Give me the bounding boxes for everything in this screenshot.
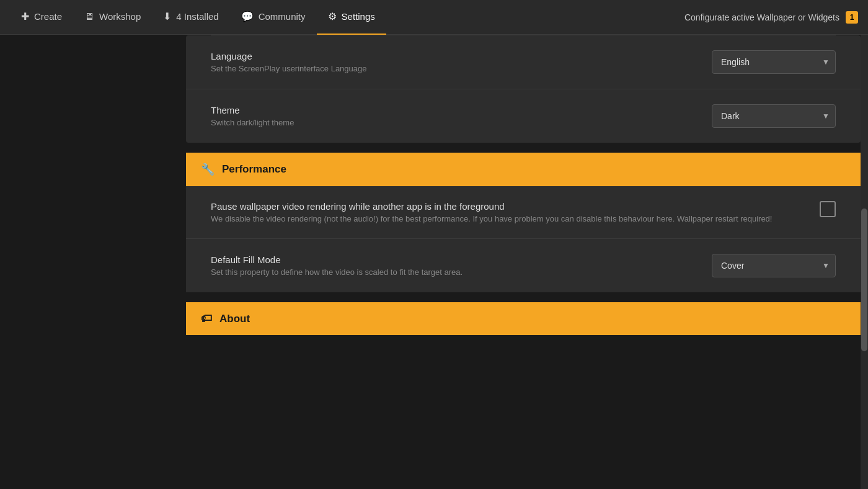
settings-gear-icon: ⚙ xyxy=(328,11,337,22)
fill-mode-title: Default Fill Mode xyxy=(211,254,463,265)
language-select[interactable]: English German French xyxy=(712,50,836,74)
pause-info: Pause wallpaper video rendering while an… xyxy=(211,201,772,223)
general-settings-panel: Language Set the ScreenPlay userinterfac… xyxy=(186,35,861,143)
workshop-icon: 🖥 xyxy=(84,11,94,22)
about-header: 🏷 About xyxy=(186,302,861,335)
language-row: Language Set the ScreenPlay userinterfac… xyxy=(186,35,861,89)
theme-select[interactable]: Dark Light xyxy=(712,104,836,128)
nav-community[interactable]: 💬 Community xyxy=(230,0,317,35)
community-icon: 💬 xyxy=(241,11,254,22)
performance-section: 🔧 Performance Pause wallpaper video rend… xyxy=(186,153,861,292)
pause-desc: We disable the video rendering (not the … xyxy=(211,214,772,223)
configure-label: Configurate active Wallpaper or Widgets xyxy=(684,12,839,22)
nav-installed-label: 4 Installed xyxy=(176,11,218,22)
installed-icon: ⬇ xyxy=(163,11,171,22)
fill-mode-info: Default Fill Mode Set this property to d… xyxy=(211,254,463,277)
nav-workshop[interactable]: 🖥 Workshop xyxy=(73,0,152,35)
fill-mode-select[interactable]: Cover Contain Fill Scale xyxy=(712,254,836,277)
active-badge: 1 xyxy=(846,11,858,24)
nav-installed[interactable]: ⬇ 4 Installed xyxy=(152,0,229,35)
plus-icon: ✚ xyxy=(21,11,29,22)
language-select-wrapper: English German French ▼ xyxy=(712,50,836,74)
pause-checkbox[interactable] xyxy=(820,201,836,217)
fill-mode-desc: Set this property to define how the vide… xyxy=(211,267,463,277)
performance-header: 🔧 Performance xyxy=(186,153,861,186)
scroll-content[interactable]: Language Set the ScreenPlay userinterfac… xyxy=(186,35,861,489)
left-sidebar-space xyxy=(0,35,186,489)
content-area: Language Set the ScreenPlay userinterfac… xyxy=(186,35,868,489)
theme-desc: Switch dark/light theme xyxy=(211,118,294,127)
nav-settings-label: Settings xyxy=(342,11,375,22)
fill-mode-select-wrapper: Cover Contain Fill Scale ▼ xyxy=(712,254,836,277)
fill-mode-row: Default Fill Mode Set this property to d… xyxy=(186,239,861,292)
navbar: ✚ Create 🖥 Workshop ⬇ 4 Installed 💬 Comm… xyxy=(0,0,868,35)
theme-select-wrapper: Dark Light ▼ xyxy=(712,104,836,128)
pause-wallpaper-row: Pause wallpaper video rendering while an… xyxy=(186,186,861,239)
wrench-icon: 🔧 xyxy=(201,163,215,176)
nav-settings[interactable]: ⚙ Settings xyxy=(317,0,386,35)
nav-community-label: Community xyxy=(259,11,306,22)
nav-workshop-label: Workshop xyxy=(99,11,141,22)
theme-row: Theme Switch dark/light theme Dark Light… xyxy=(186,89,861,143)
performance-header-label: Performance xyxy=(222,163,286,176)
language-title: Language xyxy=(211,51,367,61)
pause-title: Pause wallpaper video rendering while an… xyxy=(211,201,772,212)
language-info: Language Set the ScreenPlay userinterfac… xyxy=(211,51,367,73)
language-desc: Set the ScreenPlay userinterface Languag… xyxy=(211,64,367,73)
about-header-label: About xyxy=(219,313,250,325)
nav-create-label: Create xyxy=(34,11,62,22)
theme-info: Theme Switch dark/light theme xyxy=(211,105,294,127)
theme-title: Theme xyxy=(211,105,294,115)
about-section: 🏷 About xyxy=(186,302,861,335)
nav-create[interactable]: ✚ Create xyxy=(10,0,73,35)
nav-right-area: Configurate active Wallpaper or Widgets … xyxy=(684,11,858,24)
main-container: Language Set the ScreenPlay userinterfac… xyxy=(0,35,868,489)
scrollbar-thumb[interactable] xyxy=(861,209,867,351)
info-icon: 🏷 xyxy=(201,312,212,325)
scrollbar-track xyxy=(861,35,868,489)
